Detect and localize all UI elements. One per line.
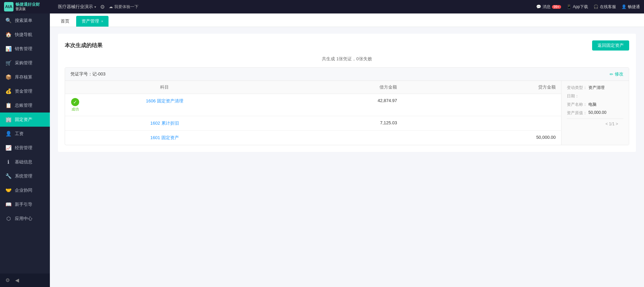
asset-name-value: 电脑 [588,102,596,107]
voucher-body: 科目 借方金额 贷方金额 [65,81,629,145]
app-name: 畅捷通好业财 [16,2,40,7]
sidebar-item-label: 系统管理 [15,173,32,179]
user-button[interactable]: 👤 畅捷通 [621,4,640,10]
ledger-icon: 📋 [5,102,11,108]
header-credit: 贷方金额 [402,81,561,94]
sidebar-item-label: 搜索菜单 [15,18,32,24]
original-value-value: 50,000.00 [588,110,606,116]
tab-active-label: 资产管理 [82,18,99,24]
voucher-pagination[interactable]: < 1/1 > [567,119,623,129]
result-header: 本次生成的结果 返回固定资产 [65,40,629,51]
topbar-right: 💬 消息 99+ 📱 App下载 🎧 在线客服 👤 畅捷通 [536,4,640,10]
edit-label: 修改 [615,71,623,77]
settings-footer-icon[interactable]: ⚙ [5,277,10,283]
sidebar-item-search[interactable]: 🔍 搜索菜单 [0,13,50,28]
sidebar-item-app-center[interactable]: ⬡ 应用中心 [0,212,50,226]
message-icon: 💬 [536,4,541,9]
edit-icon: ✏ [610,72,613,77]
header-status [65,81,85,94]
main-layout: 🔍 搜索菜单 🏠 快捷导航 📊 销售管理 🛒 采购管理 📦 库存核算 💰 [0,13,644,287]
phone-icon: 📱 [566,4,572,9]
info-icon: ℹ [5,159,11,165]
handshake-icon: 🤝 [5,187,11,193]
sidebar-item-label: 工资 [15,131,24,137]
message-badge: 99+ [552,5,561,9]
credit-cell-2 [402,116,561,130]
sidebar-item-label: 资金管理 [15,88,32,94]
sidebar-item-purchase[interactable]: 🛒 采购管理 [0,56,50,70]
building-icon: 🏢 [5,117,11,123]
account-cell-3: 1601 固定资产 [85,131,244,145]
avatar-icon: 👤 [621,4,626,9]
sidebar-footer: ⚙ ◀ [0,274,50,287]
table-row: ✓ 成功 1606 固定资产清理 42,874.97 [65,94,561,116]
sidebar-item-label: 企业协同 [15,187,32,193]
sidebar-item-label: 应用中心 [15,216,32,222]
sidebar-item-inventory[interactable]: 📦 库存核算 [0,70,50,84]
sidebar-item-funds[interactable]: 💰 资金管理 [0,84,50,98]
cart-icon: 🛒 [5,60,11,66]
headset-icon: 🎧 [593,4,599,9]
voucher-number: 凭证字号：记-003 [70,71,105,77]
tab-close-icon[interactable]: × [101,19,103,23]
collapse-icon[interactable]: ◀ [15,277,19,283]
book-icon: 📖 [5,201,11,208]
page-title: 本次生成的结果 [65,42,102,49]
sidebar-item-basic-info[interactable]: ℹ 基础信息 [0,155,50,169]
app-icon: ⬡ [5,216,11,222]
app-download-label: App下载 [573,4,588,10]
header-debit: 借方金额 [244,81,403,94]
account-cell-1: 1606 固定资产清理 [85,94,244,116]
settings-icon[interactable]: ⚙ [99,2,106,11]
tab-bar: 首页 资产管理 × [50,13,644,27]
date-row: 日期： [567,93,623,99]
debit-cell-2: 7,125.03 [244,116,403,130]
topbar-center: 医疗器械行业演示 ▾ ⚙ ☁ 我要体验一下 [54,2,536,11]
sidebar-item-label: 固定资产 [15,117,32,123]
sidebar-item-label: 基础信息 [15,159,32,165]
sidebar-item-label: 新手引导 [15,201,32,208]
chevron-down-icon: ▾ [94,5,96,9]
sidebar-item-sales[interactable]: 📊 销售管理 [0,42,50,56]
sidebar-item-label: 采购管理 [15,60,32,66]
change-type-row: 变动类型： 资产清理 [567,85,623,91]
table-header-row: 科目 借方金额 贷方金额 [65,81,561,94]
online-service-button[interactable]: 🎧 在线客服 [593,4,616,10]
success-icon: ✓ [71,98,79,106]
sidebar-item-system[interactable]: 🔧 系统管理 [0,169,50,183]
sidebar-item-ledger[interactable]: 📋 总账管理 [0,98,50,113]
sidebar-item-quick-nav[interactable]: 🏠 快捷导航 [0,28,50,42]
home-icon: 🏠 [5,32,11,38]
success-label: 成功 [71,107,79,112]
change-type-value: 资产清理 [588,85,605,91]
sidebar-item-operations[interactable]: 📈 经营管理 [0,141,50,155]
user-name: 畅捷通 [628,4,640,10]
company-selector[interactable]: 医疗器械行业演示 ▾ [58,4,96,10]
tab-home[interactable]: 首页 [55,16,75,27]
result-summary: 共生成 1张凭证，0张失败 [65,56,629,62]
table-row: 1601 固定资产 50,000.00 [65,131,561,145]
sidebar-item-payroll[interactable]: 👤 工资 [0,127,50,141]
search-icon: 🔍 [5,18,11,24]
tab-asset-management[interactable]: 资产管理 × [76,16,109,27]
operations-icon: 📈 [5,145,11,151]
debit-cell-1: 42,874.97 [244,94,403,116]
chart-icon: 📊 [5,46,11,52]
return-button[interactable]: 返回固定资产 [592,40,629,51]
tab-home-label: 首页 [61,18,69,24]
trial-label: 我要体验一下 [114,4,139,10]
logo-icon: AtA [4,2,13,11]
money-icon: 💰 [5,88,11,94]
trial-button[interactable]: ☁ 我要体验一下 [109,4,139,10]
message-button[interactable]: 💬 消息 99+ [536,4,561,10]
cloud-icon: ☁ [109,4,113,9]
debit-cell-3 [244,131,403,145]
sidebar-item-guide[interactable]: 📖 新手引导 [0,197,50,212]
sidebar-item-enterprise[interactable]: 🤝 企业协同 [0,183,50,197]
status-cell-empty [65,116,85,130]
edit-button[interactable]: ✏ 修改 [610,71,623,77]
table-row: 1602 累计折旧 7,125.03 [65,116,561,131]
app-download-button[interactable]: 📱 App下载 [566,4,588,10]
topbar: AtA 畅捷通好业财 普及版 医疗器械行业演示 ▾ ⚙ ☁ 我要体验一下 💬 消… [0,0,644,13]
sidebar-item-fixed-assets[interactable]: 🏢 固定资产 [0,113,50,127]
